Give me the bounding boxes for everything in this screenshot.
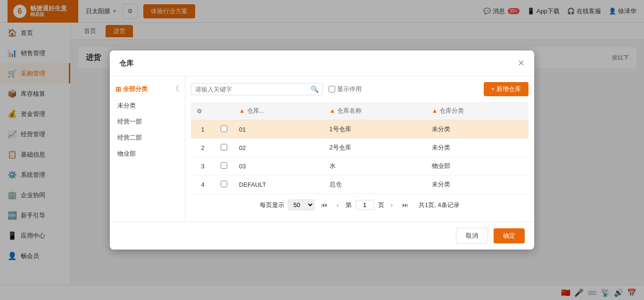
category-item-unclassified[interactable]: 未分类 — [110, 98, 185, 114]
row-checkbox-2[interactable] — [221, 144, 227, 150]
page-number-input[interactable] — [355, 200, 374, 210]
cancel-button[interactable]: 取消 — [456, 228, 488, 244]
row-checkbox-1[interactable] — [221, 125, 227, 132]
table-body: 1 01 1号仓库 未分类 2 02 2号仓库 — [191, 120, 528, 194]
category-header: ⊞ 全部分类 《 — [110, 82, 185, 98]
pagination: 每页显示 50 20 100 ⏮ ‹ 第 页 › ⏭ 共1页, 4条记录 — [191, 194, 528, 216]
col-header-gear: ⚙ — [191, 102, 215, 120]
warehouse-table: ⚙ ▲ 仓库... ▲ 仓库名称 — [191, 102, 528, 194]
category-item-ops1[interactable]: 经营一部 — [110, 114, 185, 130]
table-row[interactable]: 3 03 水 物业部 — [191, 157, 528, 175]
category-item-property[interactable]: 物业部 — [110, 146, 185, 162]
modal-toolbar: 🔍 显示停用 + 新增仓库 — [191, 82, 528, 96]
table-container: ⚙ ▲ 仓库... ▲ 仓库名称 — [191, 102, 528, 194]
content-panel: 🔍 显示停用 + 新增仓库 ⚙ — [185, 76, 534, 222]
all-categories-item[interactable]: ⊞ 全部分类 — [116, 85, 148, 93]
table-row[interactable]: 4 DEFAULT 总仓 未分类 — [191, 175, 528, 194]
next-page-button[interactable]: › — [388, 200, 396, 209]
prev-page-button[interactable]: ‹ — [334, 200, 341, 209]
warehouse-modal: 仓库 ✕ ⊞ 全部分类 《 未分类 经营一部 经营二部 物业部 — [110, 50, 534, 250]
modal-body: ⊞ 全部分类 《 未分类 经营一部 经营二部 物业部 🔍 — [110, 76, 534, 222]
col-header-category: ▲ 仓库分类 — [426, 102, 528, 120]
col-header-code: ▲ 仓库... — [233, 102, 324, 120]
show-disabled-checkbox[interactable] — [329, 86, 335, 92]
modal-close-button[interactable]: ✕ — [518, 58, 525, 68]
row-checkbox-4[interactable] — [221, 181, 227, 187]
modal-header: 仓库 ✕ — [110, 50, 534, 76]
category-panel: ⊞ 全部分类 《 未分类 经营一部 经营二部 物业部 — [110, 76, 185, 222]
modal-title: 仓库 — [119, 59, 133, 68]
table-row[interactable]: 1 01 1号仓库 未分类 — [191, 120, 528, 139]
show-disabled-toggle[interactable]: 显示停用 — [329, 85, 362, 93]
table-row[interactable]: 2 02 2号仓库 未分类 — [191, 139, 528, 157]
last-page-button[interactable]: ⏭ — [399, 200, 411, 209]
col-header-check — [215, 102, 233, 120]
category-item-ops2[interactable]: 经营二部 — [110, 130, 185, 146]
sort-icon-cat: ▲ — [432, 107, 438, 114]
search-box: 🔍 — [191, 83, 323, 95]
row-checkbox-3[interactable] — [221, 162, 227, 169]
category-collapse-button[interactable]: 《 — [172, 84, 179, 94]
sort-icon-name: ▲ — [330, 107, 336, 114]
col-header-name: ▲ 仓库名称 — [324, 102, 426, 120]
grid-icon: ⊞ — [116, 85, 121, 93]
modal-footer: 取消 确定 — [110, 222, 534, 250]
per-page-select[interactable]: 50 20 100 — [288, 200, 314, 210]
table-header: ⚙ ▲ 仓库... ▲ 仓库名称 — [191, 102, 528, 120]
search-input[interactable] — [195, 86, 308, 93]
modal-overlay: 仓库 ✕ ⊞ 全部分类 《 未分类 经营一部 经营二部 物业部 — [0, 0, 644, 300]
search-icon[interactable]: 🔍 — [311, 85, 319, 93]
first-page-button[interactable]: ⏮ — [318, 200, 330, 209]
confirm-button[interactable]: 确定 — [494, 228, 525, 243]
sort-icon: ▲ — [239, 107, 245, 114]
add-warehouse-button[interactable]: + 新增仓库 — [484, 82, 528, 96]
